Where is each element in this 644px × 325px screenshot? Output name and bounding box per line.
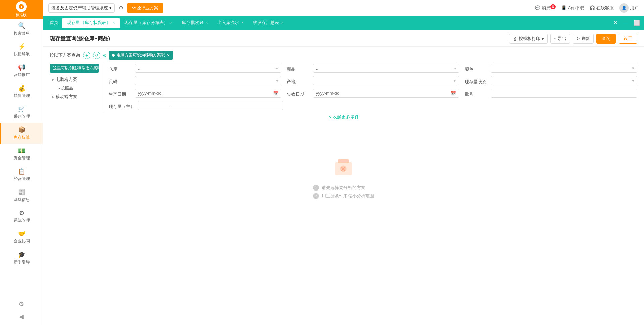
app-logo-icon: 6 (16, 1, 27, 12)
tab-bar-actions: × — ⬜ (613, 18, 641, 28)
warehouse-input[interactable] (138, 66, 275, 71)
user-item[interactable]: 👤 用户 (619, 3, 639, 13)
add-scheme-tooltip-close[interactable]: × (167, 53, 170, 58)
batch-input[interactable] (494, 91, 634, 96)
create-tooltip-close[interactable]: × (103, 66, 106, 71)
export-button[interactable]: ↑ 导出 (550, 34, 570, 44)
top-bar: 装备及固定资产辅助管理系统 ▾ ⚙ 体验行业方案 💬 消息 6 📱 App下载 … (43, 0, 644, 16)
message-icon: 💬 (535, 5, 540, 10)
sidebar-item-operations[interactable]: 📋 经营管理 (0, 164, 43, 185)
sidebar-item-inventory[interactable]: 📦 库存核算 (0, 123, 43, 144)
sidebar-item-label: 采购管理 (14, 114, 30, 119)
step-1-text: 请先选择要分析的方案 (322, 185, 365, 191)
field-expire-date-label: 失效日期 (287, 89, 310, 97)
tab-in-out-flow-close[interactable]: × (241, 20, 244, 25)
color-input[interactable] (494, 66, 632, 71)
expire-date-input[interactable] (316, 91, 451, 96)
sidebar-item-enterprise[interactable]: 🤝 企业协同 (0, 227, 43, 248)
app-download-item[interactable]: 📱 App下载 (561, 5, 584, 11)
avatar-icon: 👤 (622, 6, 627, 10)
origin-dropdown-icon[interactable]: ▾ (454, 78, 456, 83)
stock-status-input[interactable] (494, 78, 632, 83)
field-goods-label: 商品 (287, 64, 310, 72)
tab-batch-ledger[interactable]: 库存批次账 × (177, 18, 213, 28)
scheme-pc-item-0[interactable]: ▪ 按照品 (56, 84, 99, 92)
refresh-label: 刷新 (581, 36, 590, 42)
empty-state: 1 请先选择要分析的方案 2 用过滤条件来缩小分析范围 (43, 127, 644, 226)
filter-header: 按以下方案查询 + ↺ « 电脑方案可设为移动方案哦 × (50, 51, 637, 60)
collapse-more-btn[interactable]: ∧ 收起更多条件 (50, 111, 637, 123)
field-stock-status: 现存量状态 ▾ (465, 76, 637, 85)
query-button[interactable]: 查询 (596, 34, 616, 44)
sidebar-item-label: 企业协同 (14, 238, 30, 244)
app-download-label: App下载 (568, 5, 584, 11)
inventory-icon: 📦 (18, 126, 25, 133)
goods-input[interactable] (316, 66, 453, 71)
settings-icon[interactable]: ⚙ (119, 5, 123, 11)
tab-close-all-icon[interactable]: × (613, 18, 619, 27)
color-dropdown-icon[interactable]: ▾ (632, 66, 634, 71)
scheme-pc-root[interactable]: ▶ 电脑端方案 (50, 75, 99, 84)
collapse-up-icon: ∧ (328, 114, 332, 119)
set-button[interactable]: 设置 (619, 34, 637, 44)
tab-stock-status[interactable]: 现存量（库存状况表） × (62, 18, 120, 28)
tab-stock-dist-close[interactable]: × (170, 20, 172, 25)
tab-in-out-flow[interactable]: 出入库流水 × (213, 18, 248, 28)
online-support-item[interactable]: 🎧 在线客服 (590, 5, 614, 11)
basic-info-icon: 📰 (18, 188, 25, 196)
sidebar-item-purchase[interactable]: 🛒 采购管理 (0, 102, 43, 123)
tab-minimize-icon[interactable]: — (621, 18, 629, 27)
filter-add-button[interactable]: + (83, 52, 90, 59)
tab-receipt-summary-close[interactable]: × (281, 20, 283, 25)
settings-bottom-icon[interactable]: ⚙ (0, 298, 43, 310)
refresh-button[interactable]: ↻ 刷新 (573, 34, 594, 44)
origin-input[interactable] (316, 78, 454, 83)
sidebar-logo: 6 标准版 (0, 0, 43, 19)
marketing-icon: 📢 (18, 64, 25, 71)
sidebar-item-assets[interactable]: 💵 资金管理 (0, 144, 43, 164)
add-scheme-tooltip: 电脑方案可设为移动方案哦 × (109, 51, 173, 60)
filter-back-arrow[interactable]: « (103, 52, 106, 58)
step-2-text: 用过滤条件来缩小分析范围 (322, 193, 374, 199)
add-scheme-tooltip-dot (112, 54, 115, 57)
sidebar-item-quick-nav[interactable]: ⚡ 快捷导航 (0, 40, 43, 60)
size-input[interactable] (138, 78, 276, 83)
sidebar-item-search[interactable]: 🔍 搜索菜单 (0, 19, 43, 40)
sidebar-item-marketing[interactable]: 📢 营销推广 (0, 60, 43, 81)
create-tooltip-text: 这里可以创建和修改方案哦 (53, 65, 101, 71)
filter-cycle-button[interactable]: ↺ (93, 52, 100, 59)
tab-maximize-icon[interactable]: ⬜ (632, 18, 641, 28)
empty-step-1: 1 请先选择要分析的方案 (313, 185, 374, 191)
stock-qty-max-input[interactable] (177, 103, 204, 108)
sidebar-item-label: 库存核算 (14, 134, 30, 140)
stock-status-dropdown-icon[interactable]: ▾ (632, 78, 634, 83)
prod-date-cal-icon[interactable]: 📅 (273, 91, 278, 96)
message-item[interactable]: 💬 消息 6 (535, 5, 556, 11)
tab-receipt-summary[interactable]: 收发存汇总表 × (248, 18, 288, 28)
tab-stock-dist[interactable]: 现存量（库存分布表） × (120, 18, 177, 28)
expire-date-cal-icon[interactable]: 📅 (451, 91, 456, 96)
stock-qty-min-input[interactable] (141, 103, 167, 108)
sidebar-item-sales[interactable]: 💰 销售管理 (0, 81, 43, 102)
prod-date-input[interactable] (138, 91, 273, 96)
system-selector[interactable]: 装备及固定资产辅助管理系统 ▾ (48, 3, 115, 13)
scheme-pc-label: 电脑端方案 (56, 76, 77, 83)
sidebar-item-label: 营销推广 (14, 72, 30, 78)
filter-sidebar-panel: 这里可以创建和修改方案哦 × ▶ 电脑端方案 ▪ 按照品 (50, 64, 103, 111)
trial-button[interactable]: 体验行业方案 (127, 3, 163, 13)
sidebar-item-system[interactable]: ⚙ 系统管理 (0, 206, 43, 227)
page-header: 现存量查询(按仓库+商品) 🖨 按模板打印 ▾ ↑ 导出 ↻ 刷新 查询 设置 (43, 30, 644, 47)
sidebar-item-label: 基础信息 (14, 197, 30, 203)
collapse-sidebar-icon[interactable]: ◀ (0, 311, 43, 322)
sidebar-item-guide[interactable]: 🎓 新手引导 (0, 248, 43, 268)
size-dropdown-icon[interactable]: ▾ (276, 78, 278, 83)
tab-batch-ledger-close[interactable]: × (206, 20, 208, 25)
scheme-tree: ▶ 电脑端方案 ▪ 按照品 ▶ 移动端方案 (50, 75, 99, 101)
tab-home[interactable]: 首页 (46, 18, 62, 28)
sidebar-item-basic-info[interactable]: 📰 基础信息 (0, 185, 43, 206)
tab-stock-status-close[interactable]: × (113, 20, 115, 25)
print-button[interactable]: 🖨 按模板打印 ▾ (509, 34, 548, 44)
scheme-mobile-root[interactable]: ▶ 移动端方案 (50, 93, 99, 101)
field-warehouse-label: 仓库 (109, 64, 132, 72)
scheme-pc-item-icon: ▪ (58, 86, 60, 91)
